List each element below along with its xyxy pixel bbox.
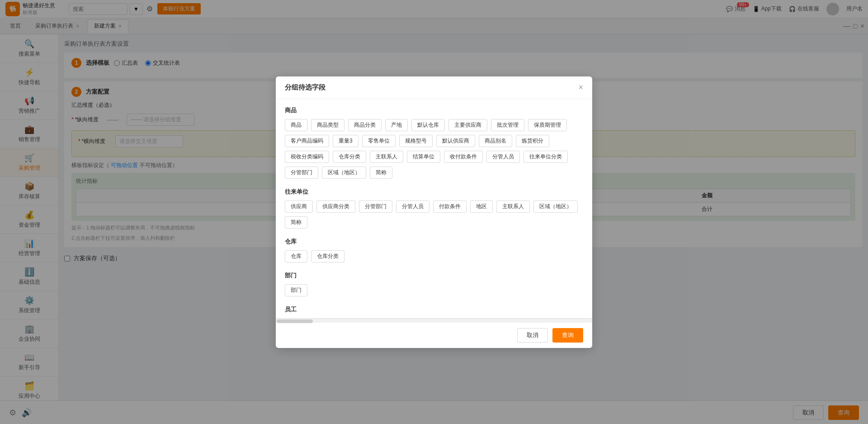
field-tag[interactable]: 分管部门 bbox=[285, 167, 318, 179]
field-tag[interactable]: 收付款条件 bbox=[444, 151, 483, 163]
confirm-button[interactable]: 查询 bbox=[552, 328, 583, 343]
field-tag[interactable]: 分管部门 bbox=[359, 200, 392, 213]
field-tag[interactable]: 零售单位 bbox=[362, 135, 396, 147]
section-partner-tags: 供应商 供应商分类 分管部门 分管人员 付款条件 地区 主联系人 区域（地区） … bbox=[285, 200, 583, 229]
field-tag[interactable]: 主联系人 bbox=[496, 200, 530, 213]
field-tag[interactable]: 商品别名 bbox=[479, 135, 512, 147]
field-tag[interactable]: 商品 bbox=[285, 119, 307, 131]
section-warehouse: 仓库 仓库 仓库分类 bbox=[285, 238, 583, 262]
field-tag[interactable]: 客户商品编码 bbox=[285, 135, 329, 147]
field-tag[interactable]: 仓库分类 bbox=[333, 151, 366, 163]
cancel-button[interactable]: 取消 bbox=[517, 328, 548, 343]
field-tag[interactable]: 税收分类编码 bbox=[285, 151, 329, 163]
field-tag[interactable]: 结算单位 bbox=[407, 151, 440, 163]
field-tag[interactable]: 主要供应商 bbox=[448, 119, 487, 131]
field-tag[interactable]: 付款条件 bbox=[433, 200, 467, 213]
field-tag[interactable]: 区域（地区） bbox=[322, 167, 366, 179]
field-tag[interactable]: 重量3 bbox=[333, 135, 359, 147]
field-tag[interactable]: 主联系人 bbox=[370, 151, 403, 163]
modal-overlay[interactable]: 分组待选字段 × 商品 商品 商品类型 商品分类 产地 默认仓库 主要供应商 批… bbox=[0, 0, 868, 424]
modal-header: 分组待选字段 × bbox=[276, 76, 592, 99]
section-goods-title: 商品 bbox=[285, 106, 583, 114]
field-tag[interactable]: 供应商 bbox=[285, 200, 313, 213]
field-tag[interactable]: 默认供应商 bbox=[436, 135, 475, 147]
modal-close-btn[interactable]: × bbox=[578, 83, 583, 92]
modal-body: 商品 商品 商品类型 商品分类 产地 默认仓库 主要供应商 批次管理 保质期管理… bbox=[276, 99, 592, 318]
field-tag[interactable]: 炼货积分 bbox=[516, 135, 549, 147]
section-department-tags: 部门 bbox=[285, 284, 583, 296]
field-tag[interactable]: 往来单位分类 bbox=[524, 151, 568, 163]
field-tag[interactable]: 仓库 bbox=[285, 250, 307, 262]
section-employee: 员工 业务员 bbox=[285, 305, 583, 318]
field-tag[interactable]: 默认仓库 bbox=[411, 119, 445, 131]
field-tag[interactable]: 分管人员 bbox=[486, 151, 520, 163]
field-tag[interactable]: 供应商分类 bbox=[316, 200, 355, 213]
section-employee-title: 员工 bbox=[285, 305, 583, 314]
section-partner: 往来单位 供应商 供应商分类 分管部门 分管人员 付款条件 地区 主联系人 区域… bbox=[285, 188, 583, 229]
field-tag[interactable]: 保质期管理 bbox=[528, 119, 567, 131]
modal-scrollbar[interactable] bbox=[276, 318, 592, 322]
field-tag[interactable]: 简称 bbox=[370, 167, 392, 179]
field-tag[interactable]: 简称 bbox=[285, 216, 307, 229]
field-tag[interactable]: 区域（地区） bbox=[533, 200, 578, 213]
modal-footer: 取消 查询 bbox=[276, 322, 592, 348]
field-tag[interactable]: 商品类型 bbox=[311, 119, 344, 131]
field-tag[interactable]: 批次管理 bbox=[491, 119, 524, 131]
section-goods: 商品 商品 商品类型 商品分类 产地 默认仓库 主要供应商 批次管理 保质期管理… bbox=[285, 106, 583, 179]
modal-title: 分组待选字段 bbox=[285, 83, 326, 92]
field-tag[interactable]: 部门 bbox=[285, 284, 307, 296]
field-tag[interactable]: 地区 bbox=[470, 200, 493, 213]
section-warehouse-title: 仓库 bbox=[285, 238, 583, 246]
field-tag[interactable]: 产地 bbox=[385, 119, 408, 131]
section-department: 部门 部门 bbox=[285, 272, 583, 296]
field-tag[interactable]: 仓库分类 bbox=[311, 250, 344, 262]
modal: 分组待选字段 × 商品 商品 商品类型 商品分类 产地 默认仓库 主要供应商 批… bbox=[276, 76, 592, 348]
section-goods-tags: 商品 商品类型 商品分类 产地 默认仓库 主要供应商 批次管理 保质期管理 客户… bbox=[285, 119, 583, 179]
section-department-title: 部门 bbox=[285, 272, 583, 280]
field-tag[interactable]: 商品分类 bbox=[348, 119, 382, 131]
field-tag[interactable]: 分管人员 bbox=[396, 200, 429, 213]
section-warehouse-tags: 仓库 仓库分类 bbox=[285, 250, 583, 262]
section-partner-title: 往来单位 bbox=[285, 188, 583, 196]
field-tag[interactable]: 规格型号 bbox=[399, 135, 433, 147]
